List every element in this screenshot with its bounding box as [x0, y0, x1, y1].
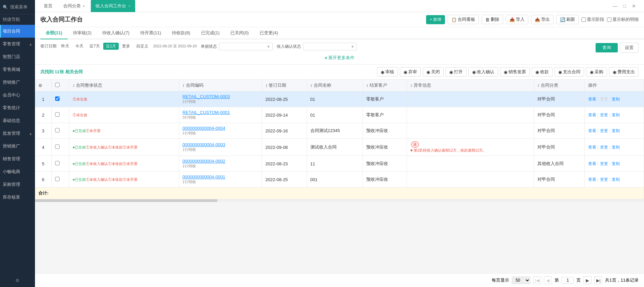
sub-tab-pending_review[interactable]: 待审核(2) — [68, 27, 97, 39]
tab-close-icon[interactable]: × — [83, 4, 85, 8]
action-复制[interactable]: 复制 — [612, 177, 620, 182]
sidebar-item-basic[interactable]: 基础信息 — [0, 114, 35, 127]
date-filter-custom[interactable]: 自定义 — [134, 43, 151, 50]
sidebar-item-xiaochangec[interactable]: 小畅电商 — [0, 165, 35, 178]
show-details-checkbox[interactable]: 显示标的明细 — [607, 16, 639, 23]
table-row[interactable]: 1①未生效RETAIL_CUSTOM-00031行明细2022-08-2501零… — [35, 91, 644, 107]
row-checkbox[interactable] — [55, 161, 60, 165]
sidebar-item-project[interactable]: 项目合同 — [0, 25, 35, 38]
row-checkbox[interactable] — [55, 128, 60, 132]
contract-code-link[interactable]: 0000000000004-0004 — [183, 126, 259, 131]
date-filter-last1month[interactable]: 近1月 — [103, 43, 119, 50]
action-复制[interactable]: 复制 — [612, 112, 620, 118]
row-checkbox[interactable] — [55, 112, 60, 117]
sub-tab-pending_income_confirm[interactable]: 待收入确认(7) — [97, 27, 135, 39]
action-变更[interactable]: 变更 — [600, 177, 608, 182]
date-filter-last7[interactable]: 近7天 — [87, 43, 103, 50]
sidebar-item-wholesale[interactable]: 批发管理▲ — [0, 127, 35, 140]
sidebar-item-sales[interactable]: 销售管理 — [0, 153, 35, 165]
page-nav-next[interactable]: ▶ — [583, 276, 592, 284]
action-查看[interactable]: 查看 — [588, 128, 596, 134]
close-button[interactable]: ✕ — [631, 3, 637, 9]
maximize-button[interactable]: □ — [621, 3, 628, 9]
action-btn-out_contract[interactable]: ◉支出合同 — [555, 67, 584, 77]
sub-tab-changed[interactable]: 已变更(4) — [254, 27, 283, 39]
action-查看[interactable]: 查看 — [588, 145, 596, 150]
action-查看[interactable]: 查看 — [588, 112, 596, 118]
action-变更[interactable]: 变更 — [600, 128, 608, 134]
action-变更[interactable]: 变更 — [600, 145, 608, 150]
action-变更[interactable]: 变更 — [600, 161, 608, 167]
action-变更[interactable]: 变更 — [600, 112, 608, 118]
date-filter-yesterday[interactable]: 昨天 — [59, 43, 72, 50]
action-btn-sales_invoice[interactable]: ◉销售发票 — [500, 67, 530, 77]
action-btn-expense_out[interactable]: ◉费用支出 — [609, 67, 639, 77]
sidebar-item-marketing[interactable]: 营销推广 — [0, 76, 35, 89]
tab-contract_cat[interactable]: 合同分类× — [59, 0, 89, 12]
show-fields-checkbox[interactable]: 显示阶段 — [581, 16, 604, 23]
sidebar-quick-nav[interactable]: 快捷导航 — [0, 14, 35, 25]
income-confirm-select[interactable]: ▾ — [303, 43, 357, 50]
col-checkbox[interactable] — [51, 80, 69, 91]
tab-close-icon[interactable]: × — [128, 4, 130, 8]
action-查看[interactable]: 查看 — [588, 161, 596, 167]
sidebar-item-purchase[interactable]: 采购管理 — [0, 178, 35, 191]
contract-code-link[interactable]: 0000000000004-0003 — [183, 142, 259, 147]
refresh-button[interactable]: 🔄 刷新 — [556, 15, 579, 24]
row-checkbox[interactable] — [55, 177, 60, 181]
action-复制[interactable]: 复制 — [612, 161, 620, 167]
date-filter-more[interactable]: 更多 — [119, 43, 133, 50]
contract-code-link[interactable]: 0000000000004-0002 — [183, 159, 259, 164]
contract-code-link[interactable]: 0000000000004-0001 — [183, 174, 259, 179]
row-checkbox[interactable] — [55, 145, 60, 149]
table-row[interactable]: 3●已完成①未开票0000000000004-00041行明细2022-09-1… — [35, 123, 644, 139]
page-number-input[interactable] — [562, 277, 574, 284]
date-filter-today[interactable]: 今天 — [73, 43, 86, 50]
table-row[interactable]: 4●已生效①未收入确认①未收款①未开票0000000000004-00031行明… — [35, 139, 644, 156]
sub-tab-closed[interactable]: 已关闭(0) — [225, 27, 254, 39]
action-btn-purchase[interactable]: ◉采购 — [586, 67, 607, 77]
sidebar-search[interactable]: 🔍 搜索菜单 — [0, 0, 35, 14]
sidebar-item-retail_stat[interactable]: 零售统计 — [0, 101, 35, 114]
contract-code-link[interactable]: RETAIL_CUSTOM-0001 — [183, 110, 259, 115]
action-btn-close[interactable]: ◉关闭 — [423, 67, 444, 77]
add-button[interactable]: + 新增 — [426, 15, 445, 24]
action-btn-review[interactable]: ◉审核 — [377, 67, 398, 77]
table-row[interactable]: 6●已生效①未收入确认①未收款①未开票0000000000004-00011行明… — [35, 172, 644, 188]
page-nav-last[interactable]: ▶| — [594, 276, 602, 284]
delete-button[interactable]: 🗑 删除 — [482, 15, 503, 24]
sidebar-item-retail[interactable]: 零售管理▲ — [0, 38, 35, 50]
expand-conditions-button[interactable]: ▾ 展开更多条件 — [325, 55, 354, 61]
row-checkbox[interactable] — [55, 96, 60, 101]
sub-tab-completed[interactable]: 已完成(1) — [196, 27, 225, 39]
sidebar-item-ecommerce[interactable]: 零售商城 — [0, 63, 35, 76]
tab-home[interactable]: 首页 — [39, 0, 57, 12]
table-row[interactable]: 2①未生效RETAIL_CUSTOM-00013行明细2022-09-1401零… — [35, 107, 644, 123]
action-复制[interactable]: 复制 — [612, 96, 620, 102]
doc-status-select[interactable]: ▾ — [219, 43, 273, 50]
scrollbar-thumb[interactable] — [35, 199, 218, 202]
import-button[interactable]: 📥 导入 — [506, 15, 528, 24]
table-row[interactable]: 5●已生效①未收入确认①未收款①未开票0000000000004-00021行明… — [35, 156, 644, 172]
sidebar-item-smart_store[interactable]: 智慧门店 — [0, 50, 35, 63]
table-scroll-area[interactable]: ⚙ ↕ 合同整体状态 ↕ 合同编码 ↕ 签订日期 ↕ 合同名称 ↕ 结算客户 ↕… — [35, 80, 644, 202]
tab-income_workbench[interactable]: 收入合同工作台× — [91, 0, 135, 12]
sidebar-item-marketing2[interactable]: 营销推广 — [0, 140, 35, 153]
page-nav-first[interactable]: |◀ — [533, 276, 541, 284]
sidebar-item-inventory[interactable]: 库存核算 — [0, 191, 35, 204]
filter-setting-button[interactable]: 设置 — [620, 43, 639, 53]
action-btn-income_confirm[interactable]: ◉收入确认 — [468, 67, 498, 77]
page-nav-prev[interactable]: ◀ — [544, 276, 552, 284]
action-btn-abandon[interactable]: ◉弃审 — [400, 67, 421, 77]
action-查看[interactable]: 查看 — [588, 96, 596, 102]
query-button[interactable]: 查询 — [596, 43, 618, 52]
contract-board-button[interactable]: 📋 合同看板 — [448, 15, 479, 24]
horizontal-scrollbar[interactable] — [35, 199, 644, 202]
select-all-checkbox[interactable] — [55, 83, 60, 87]
col-settings[interactable]: ⚙ — [35, 80, 51, 91]
sidebar-settings[interactable]: ⚙ — [0, 274, 35, 287]
sub-tab-pending_collection[interactable]: 待收款(8) — [166, 27, 196, 39]
sub-tab-all[interactable]: 全部(11) — [40, 27, 68, 39]
action-查看[interactable]: 查看 — [588, 177, 596, 182]
contract-code-link[interactable]: RETAIL_CUSTOM-0003 — [183, 94, 259, 99]
